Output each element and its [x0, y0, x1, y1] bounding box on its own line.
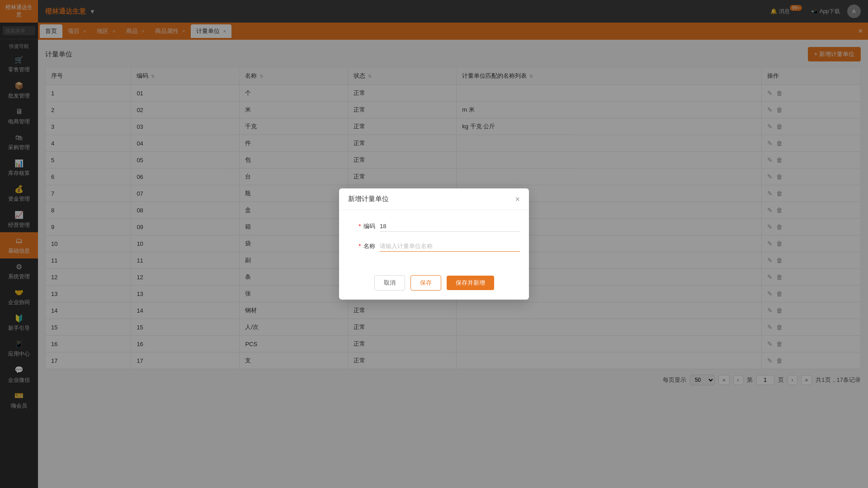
cancel-button[interactable]: 取消 — [374, 275, 405, 291]
required-mark2: * — [359, 243, 361, 249]
modal-close-button[interactable]: × — [515, 195, 520, 203]
modal-header: 新增计量单位 × — [339, 188, 529, 210]
modal-body: * 编码 * 名称 — [339, 210, 529, 268]
code-label: * 编码 — [348, 222, 375, 230]
name-input[interactable] — [380, 241, 520, 252]
form-row-name: * 名称 — [348, 241, 520, 252]
form-row-code: * 编码 — [348, 221, 520, 232]
modal-title: 新增计量单位 — [348, 195, 389, 203]
save-and-new-button[interactable]: 保存并新增 — [447, 276, 494, 290]
code-input[interactable] — [380, 221, 520, 232]
save-button[interactable]: 保存 — [410, 275, 441, 291]
name-label: * 名称 — [348, 242, 375, 250]
modal-footer: 取消 保存 保存并新增 — [339, 268, 529, 300]
modal-overlay[interactable]: 新增计量单位 × * 编码 * 名称 取消 保存 保存并新增 — [0, 0, 868, 488]
add-unit-modal: 新增计量单位 × * 编码 * 名称 取消 保存 保存并新增 — [339, 188, 529, 300]
required-mark: * — [359, 223, 361, 230]
